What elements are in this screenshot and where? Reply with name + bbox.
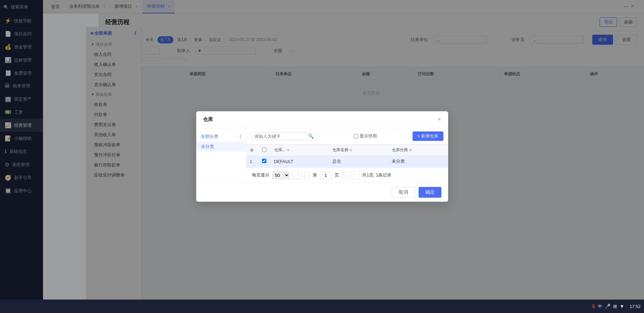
modal-show-disabled-wrap: 显示停用 xyxy=(354,133,377,139)
taskbar-grid-icon[interactable]: ⊞ xyxy=(613,304,617,309)
modal-left-header[interactable]: 全部分类 《 xyxy=(196,131,246,142)
modal-left-collapse-icon[interactable]: 《 xyxy=(237,133,242,140)
modal-page-label: 第 xyxy=(313,172,317,178)
sort-icon-name: ⇅ xyxy=(349,148,352,152)
taskbar-icons: S 中 🎤 ⊞ ▼ xyxy=(592,304,624,309)
first-page-btn[interactable]: 《 xyxy=(292,171,301,179)
row-name: 总仓 xyxy=(329,156,388,167)
pagination-controls: 每页显示 50 100 《 ‹ 第 页 › 》 共1页, 1条记录 xyxy=(252,171,392,179)
warehouse-modal: 仓库 × 全部分类 《 未分类 xyxy=(196,111,448,202)
modal-left-item-unclassified[interactable]: 未分类 xyxy=(196,142,246,152)
sort-icon-code: ⇅ xyxy=(287,148,289,152)
show-disabled-label: 显示停用 xyxy=(359,133,377,139)
modal-search-wrap: 🔍 xyxy=(251,132,318,140)
confirm-button[interactable]: 确定 xyxy=(419,187,441,198)
modal-table-wrap: ⚙ 仓库... ⇅ 仓库名称 ⇅ xyxy=(247,145,448,167)
modal-per-page-select[interactable]: 50 100 xyxy=(272,171,290,179)
last-page-btn[interactable]: 》 xyxy=(350,171,359,179)
modal-page-input[interactable] xyxy=(320,172,332,179)
table-row[interactable]: 1 DEFAULT 总仓 未分类 xyxy=(247,156,448,167)
taskbar-icon-s: S xyxy=(592,304,595,309)
modal-search-icon: 🔍 xyxy=(308,133,314,139)
modal-table: ⚙ 仓库... ⇅ 仓库名称 ⇅ xyxy=(247,145,448,167)
modal-action-footer: 取消 确定 xyxy=(196,183,448,202)
taskbar-filter-icon[interactable]: ▼ xyxy=(620,304,625,309)
modal-left-scroll: 未分类 xyxy=(196,142,246,179)
modal-overlay: 仓库 × 全部分类 《 未分类 xyxy=(0,0,644,313)
modal-header: 仓库 × xyxy=(196,111,448,128)
modal-toolbar: 🔍 显示停用 + 新增仓库 xyxy=(247,128,448,145)
add-warehouse-label: + 新增仓库 xyxy=(417,133,438,139)
row-select-checkbox[interactable] xyxy=(262,159,266,163)
show-disabled-checkbox[interactable] xyxy=(354,134,358,139)
modal-pagination: 每页显示 50 100 《 ‹ 第 页 › 》 共1页, 1条记录 xyxy=(247,167,448,183)
taskbar-mic-icon[interactable]: 🎤 xyxy=(605,304,610,309)
taskbar-icon-zh: 中 xyxy=(598,304,602,309)
row-category: 未分类 xyxy=(388,156,448,167)
modal-right-panel: 🔍 显示停用 + 新增仓库 xyxy=(247,128,448,183)
modal-col-code: 仓库... ⇅ xyxy=(271,145,329,156)
modal-col-settings: ⚙ xyxy=(247,145,259,156)
modal-search-input[interactable] xyxy=(254,134,308,139)
select-all-checkbox[interactable] xyxy=(262,148,266,152)
modal-left-panel: 全部分类 《 未分类 xyxy=(196,128,247,183)
settings-gear-icon[interactable]: ⚙ xyxy=(250,148,254,153)
cancel-button[interactable]: 取消 xyxy=(392,187,415,198)
taskbar-time: 17:52 xyxy=(630,304,641,309)
modal-col-name: 仓库名称 ⇅ xyxy=(329,145,388,156)
modal-title: 仓库 xyxy=(203,116,213,123)
taskbar: S 中 🎤 ⊞ ▼ 17:52 xyxy=(0,300,644,313)
modal-col-checkbox xyxy=(259,145,271,156)
add-warehouse-button[interactable]: + 新增仓库 xyxy=(413,131,443,141)
modal-page-suffix: 页 xyxy=(335,172,339,178)
next-page-btn[interactable]: › xyxy=(342,172,348,179)
modal-total: 共1页, 1条记录 xyxy=(362,172,391,178)
modal-col-category: 仓库分类 ⇅ xyxy=(388,145,448,156)
modal-per-page-label: 每页显示 xyxy=(252,172,269,178)
row-code: DEFAULT xyxy=(271,156,329,167)
modal-close-button[interactable]: × xyxy=(438,116,441,123)
prev-page-btn[interactable]: ‹ xyxy=(304,172,310,179)
row-checkbox xyxy=(259,156,271,167)
modal-left-all-label: 全部分类 xyxy=(201,133,218,140)
row-num: 1 xyxy=(247,156,259,167)
modal-body: 全部分类 《 未分类 🔍 xyxy=(196,128,448,183)
sort-icon-category: ⇅ xyxy=(409,148,412,152)
